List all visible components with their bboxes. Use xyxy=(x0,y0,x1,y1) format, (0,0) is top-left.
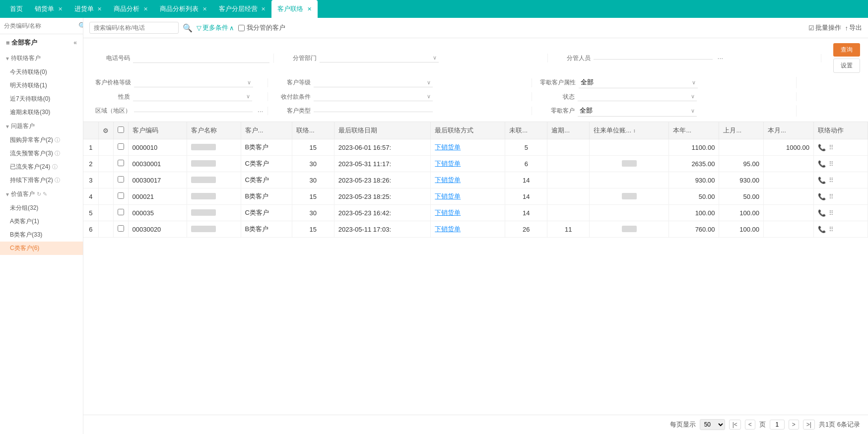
phone-action-icon[interactable]: 📞 xyxy=(818,177,826,184)
next-page-btn[interactable]: > xyxy=(789,420,799,430)
more-action-icon[interactable]: ⠿ xyxy=(829,226,834,233)
sidebar-search-icon[interactable]: 🔍 xyxy=(78,22,83,30)
nav-product-list[interactable]: 商品分析列表 ✕ xyxy=(154,0,213,18)
batch-op-btn[interactable]: ☑ 批量操作 xyxy=(808,23,841,32)
area-select[interactable] xyxy=(134,110,253,112)
export-btn[interactable]: ↑ 导出 xyxy=(845,23,863,32)
sidebar-item-abnormal[interactable]: 囤购异常客户(2) ⓘ xyxy=(0,133,83,147)
more-conditions-btn[interactable]: ▽ 更多条件 ∧ xyxy=(197,23,234,32)
row-name[interactable] xyxy=(187,156,241,172)
first-page-btn[interactable]: |< xyxy=(729,420,741,430)
row-name[interactable] xyxy=(187,221,241,238)
query-button[interactable]: 查询 xyxy=(833,43,860,57)
sidebar-item-b-class[interactable]: B类客户(33) xyxy=(0,228,83,242)
sidebar-item-lost[interactable]: 已流失客户(24) ⓘ xyxy=(0,160,83,174)
row-select-checkbox[interactable] xyxy=(118,209,124,215)
phone-action-icon[interactable]: 📞 xyxy=(818,209,826,217)
sidebar-all-customers[interactable]: ≡ 全部客户 « xyxy=(0,34,83,51)
more-action-icon[interactable]: ⠿ xyxy=(829,177,834,184)
customer-level-select[interactable]: ∨ xyxy=(314,78,433,87)
value-level-select[interactable]: ∨ xyxy=(134,78,253,87)
row-actions[interactable]: 📞 ⠿ xyxy=(814,188,868,205)
sidebar-item-a-class[interactable]: A类客户(1) xyxy=(0,215,83,228)
customer-type-select[interactable] xyxy=(314,110,433,112)
per-page-select[interactable]: 50 100 xyxy=(700,419,725,430)
payment-select[interactable]: ∨ xyxy=(314,92,433,101)
nav-close-customer-contact[interactable]: ✕ xyxy=(307,6,312,12)
more-action-icon[interactable]: ⠿ xyxy=(829,144,834,151)
row-name[interactable] xyxy=(187,188,241,205)
gender-select[interactable]: ∨ xyxy=(133,92,252,101)
more-action-icon[interactable]: ⠿ xyxy=(829,209,834,217)
row-select-checkbox[interactable] xyxy=(118,143,124,150)
area-ellipsis[interactable]: ··· xyxy=(258,107,264,115)
nav-close-customer-layer[interactable]: ✕ xyxy=(261,6,266,12)
sidebar-item-overdue[interactable]: 逾期未联络(30) xyxy=(0,106,83,119)
row-last-method[interactable]: 下销货单 xyxy=(431,205,505,221)
dept-select[interactable]: ∨ xyxy=(320,54,439,62)
row-select-checkbox[interactable] xyxy=(118,160,124,166)
reset-button[interactable]: 设置 xyxy=(833,59,860,73)
phone-action-icon[interactable]: 📞 xyxy=(818,144,826,151)
row-last-method[interactable]: 下销货单 xyxy=(431,156,505,172)
search-input[interactable] xyxy=(89,22,179,34)
row-name[interactable] xyxy=(187,172,241,188)
prev-page-btn[interactable]: < xyxy=(745,420,755,430)
row-checkbox[interactable] xyxy=(113,172,128,188)
row-last-method[interactable]: 下销货单 xyxy=(431,221,505,238)
sidebar-item-warning[interactable]: 流失预警客户(3) ⓘ xyxy=(0,147,83,160)
page-input[interactable] xyxy=(770,420,785,430)
row-checkbox[interactable] xyxy=(113,156,128,172)
phone-action-icon[interactable]: 📞 xyxy=(818,193,826,200)
nav-product-analysis[interactable]: 商品分析 ✕ xyxy=(108,0,154,18)
nav-home[interactable]: 首页 xyxy=(4,0,29,18)
select-all-checkbox[interactable] xyxy=(118,126,124,133)
my-customers-check[interactable] xyxy=(238,25,245,31)
row-last-method[interactable]: 下销货单 xyxy=(431,172,505,188)
row-name[interactable] xyxy=(187,139,241,156)
nav-customer-contact[interactable]: 客户联络 ✕ xyxy=(271,0,318,18)
nav-close-product-list[interactable]: ✕ xyxy=(202,6,207,12)
row-select-checkbox[interactable] xyxy=(118,225,124,232)
sidebar-item-c-class[interactable]: C类客户(6) xyxy=(0,242,83,255)
search-button[interactable]: 🔍 xyxy=(183,23,193,33)
row-checkbox[interactable] xyxy=(113,221,128,238)
nav-purchase[interactable]: 进货单 ✕ xyxy=(68,0,108,18)
retail-attr-select[interactable]: 全部∨ xyxy=(579,77,698,88)
nav-close-product-analysis[interactable]: ✕ xyxy=(143,6,148,12)
row-checkbox[interactable] xyxy=(113,188,128,205)
sidebar-search-input[interactable] xyxy=(4,22,78,29)
row-last-method[interactable]: 下销货单 xyxy=(431,139,505,156)
sidebar-item-today[interactable]: 今天待联络(0) xyxy=(0,65,83,79)
last-page-btn[interactable]: >| xyxy=(803,420,815,430)
row-actions[interactable]: 📞 ⠿ xyxy=(814,205,868,221)
more-action-icon[interactable]: ⠿ xyxy=(829,193,834,200)
sidebar-item-ungrouped[interactable]: 未分组(32) xyxy=(0,201,83,215)
more-action-icon[interactable]: ⠿ xyxy=(829,160,834,168)
row-name[interactable] xyxy=(187,205,241,221)
th-settings[interactable]: ⚙ xyxy=(98,122,113,139)
sidebar-item-declining[interactable]: 持续下滑客户(2) ⓘ xyxy=(0,174,83,187)
row-select-checkbox[interactable] xyxy=(118,192,124,199)
status-select[interactable]: ∨ xyxy=(578,92,697,101)
sidebar-item-tomorrow[interactable]: 明天待联络(1) xyxy=(0,79,83,92)
phone-action-icon[interactable]: 📞 xyxy=(818,160,826,168)
phone-input[interactable] xyxy=(133,54,269,63)
sidebar-collapse-icon[interactable]: « xyxy=(73,39,77,46)
row-last-method[interactable]: 下销货单 xyxy=(431,188,505,205)
row-actions[interactable]: 📞 ⠿ xyxy=(814,221,868,238)
my-customers-checkbox[interactable]: 我分管的客户 xyxy=(238,23,285,32)
manager-ellipsis[interactable]: ··· xyxy=(718,54,724,62)
nav-close-purchase[interactable]: ✕ xyxy=(97,6,102,12)
manager-select[interactable] xyxy=(594,57,713,60)
nav-close-sales[interactable]: ✕ xyxy=(58,6,63,12)
phone-action-icon[interactable]: 📞 xyxy=(818,226,826,233)
row-actions[interactable]: 📞 ⠿ xyxy=(814,139,868,156)
th-checkbox[interactable] xyxy=(113,122,128,139)
row-checkbox[interactable] xyxy=(113,205,128,221)
row-actions[interactable]: 📞 ⠿ xyxy=(814,172,868,188)
nav-customer-layer[interactable]: 客户分层经营 ✕ xyxy=(213,0,272,18)
retail-customer-select[interactable]: 全部∨ xyxy=(578,105,697,117)
row-checkbox[interactable] xyxy=(113,139,128,156)
row-select-checkbox[interactable] xyxy=(118,176,124,183)
